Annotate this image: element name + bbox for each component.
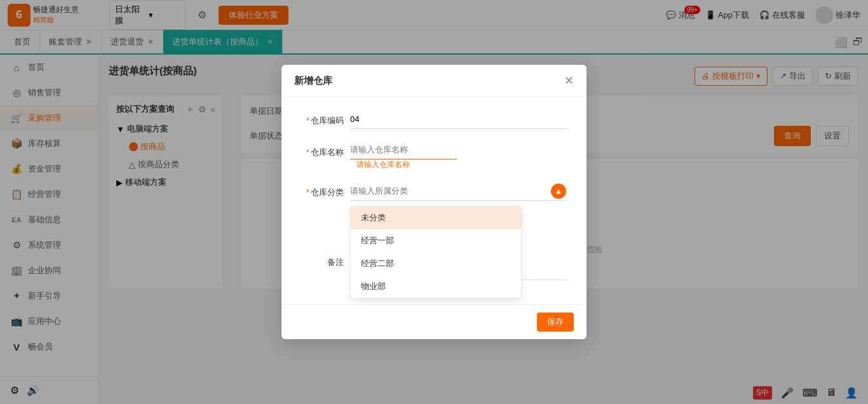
dropdown-item-dept1[interactable]: 经营一部: [351, 229, 521, 252]
code-label: 仓库编码: [299, 110, 350, 126]
form-row-code: 仓库编码: [299, 110, 569, 129]
category-dropdown: 未分类 经营一部 经营二部 物业部: [350, 206, 522, 299]
remark-label: 备注: [299, 252, 350, 268]
dialog-title: 新增仓库: [294, 75, 332, 87]
dialog-header: 新增仓库 ✕: [281, 65, 587, 97]
category-input[interactable]: [350, 182, 569, 201]
dropdown-item-dept3[interactable]: 物业部: [351, 275, 521, 298]
code-input[interactable]: [350, 110, 569, 129]
dropdown-item-uncategorized[interactable]: 未分类: [351, 206, 521, 229]
form-row-category: 仓库分类 ▲ 未分类 经营一部 经营二部 物业部: [299, 182, 569, 201]
form-row-name: 仓库名称 请输入仓库名称: [299, 140, 569, 170]
dialog-close-btn[interactable]: ✕: [564, 74, 574, 88]
add-warehouse-dialog: 新增仓库 ✕ 仓库编码 仓库名称 请输入仓库名称 仓库分类: [281, 65, 587, 339]
category-arrow-btn[interactable]: ▲: [551, 184, 566, 199]
dialog-footer: 保存: [281, 304, 587, 339]
category-label: 仓库分类: [299, 182, 350, 198]
name-error-wrap: 请输入仓库名称: [299, 159, 410, 170]
name-label: 仓库名称: [299, 142, 350, 158]
form-name-inner: 仓库名称: [299, 140, 457, 159]
name-input[interactable]: [350, 140, 457, 159]
dropdown-item-dept2[interactable]: 经营二部: [351, 252, 521, 275]
modal-overlay[interactable]: 新增仓库 ✕ 仓库编码 仓库名称 请输入仓库名称 仓库分类: [0, 0, 868, 404]
name-error-msg: 请输入仓库名称: [356, 159, 410, 170]
dialog-body: 仓库编码 仓库名称 请输入仓库名称 仓库分类 ▲: [281, 97, 587, 304]
save-button[interactable]: 保存: [537, 313, 574, 332]
category-input-wrap: ▲: [350, 182, 569, 201]
